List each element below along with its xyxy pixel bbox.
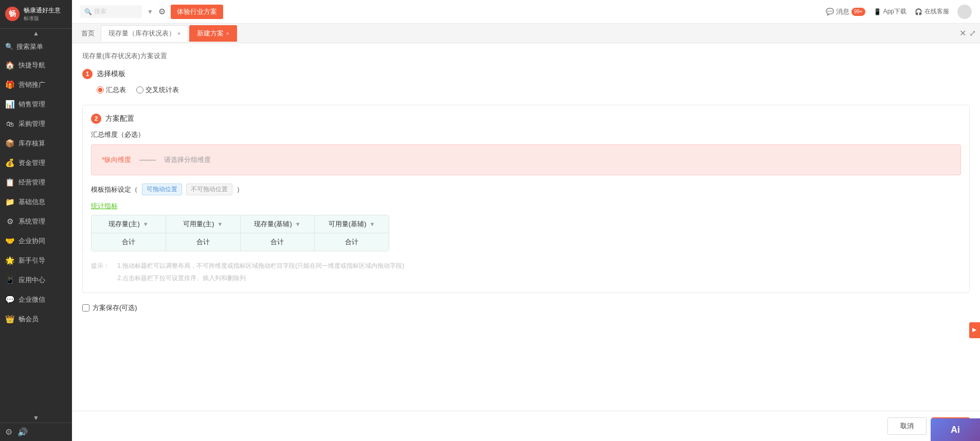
radio-cross-input[interactable]: [136, 86, 143, 94]
sidebar: 畅 畅康通好生意 标准版 ▲ 🔍 搜索菜单 🏠 快捷导航 🎁 营销推广 📊 销售…: [0, 0, 72, 441]
app-name: 畅康通好生意: [24, 6, 61, 15]
col-header-text-0: 现存量(主): [108, 219, 140, 229]
sidebar-item-member[interactable]: 👑 畅会员: [0, 309, 72, 329]
topbar-dropdown-btn[interactable]: ▼: [147, 8, 153, 15]
tips-text2: 2.点击标题栏下拉可设置排序、插入列和删除列: [117, 274, 246, 282]
sidebar-item-label: 企业微信: [19, 295, 45, 304]
dimension-required-mark: *纵向维度: [102, 155, 131, 164]
stats-table: 现存量(主) ▼ 合计 可用量(主) ▼ 合计: [91, 215, 389, 251]
tab-home[interactable]: 首页: [76, 26, 100, 41]
sidebar-item-system[interactable]: ⚙ 系统管理: [0, 212, 72, 231]
sidebar-item-app-center[interactable]: 📱 应用中心: [0, 270, 72, 290]
sidebar-item-label: 资金管理: [19, 158, 45, 168]
sidebar-item-label: 系统管理: [19, 217, 45, 226]
sound-icon[interactable]: 🔊: [17, 427, 28, 437]
sidebar-scroll-down[interactable]: ▼: [0, 413, 72, 422]
section-plan-config: 2 方案配置 汇总维度（必选） *纵向维度 —— 请选择分组维度 模板指标设定（…: [82, 105, 970, 293]
topbar-app-download[interactable]: 📱 App下载: [874, 7, 906, 16]
user-avatar[interactable]: [957, 5, 972, 19]
tab-new-plan[interactable]: 新建方案 ×: [189, 25, 237, 42]
col-dropdown-2[interactable]: ▼: [295, 221, 301, 227]
sidebar-item-label: 快捷导航: [19, 61, 45, 70]
sidebar-item-marketing[interactable]: 🎁 营销推广: [0, 75, 72, 95]
radio-summary-input[interactable]: [97, 86, 104, 94]
purchase-icon: 🛍: [5, 119, 14, 128]
radio-summary-label: 汇总表: [106, 85, 126, 95]
tabs-expand-btn[interactable]: ⤢: [969, 28, 976, 38]
topbar-left: 🔍 搜索 ▼ ⚙ 体验行业方案: [80, 5, 223, 19]
tabs-close-window-btn[interactable]: ✕: [959, 28, 966, 38]
message-icon: 💬: [826, 8, 834, 15]
sidebar-scroll-up[interactable]: ▲: [0, 29, 72, 38]
topbar: 🔍 搜索 ▼ ⚙ 体验行业方案 💬 消息 99+ 📱 App下载 🎧 在线客服: [72, 0, 980, 24]
template-radio-group: 汇总表 交叉统计表: [97, 85, 970, 95]
scroll-down-btn[interactable]: ▼: [32, 413, 40, 422]
topbar-online-service[interactable]: 🎧 在线客服: [915, 7, 949, 16]
col-dropdown-0[interactable]: ▼: [143, 221, 149, 227]
tab-new-plan-close[interactable]: ×: [226, 30, 229, 36]
sidebar-item-finance[interactable]: 💰 资金管理: [0, 153, 72, 173]
sidebar-item-basic-info[interactable]: 📁 基础信息: [0, 192, 72, 212]
stats-table-header: 现存量(主) ▼ 合计 可用量(主) ▼ 合计: [92, 215, 389, 251]
section2-title: 方案配置: [105, 114, 134, 123]
radio-summary[interactable]: 汇总表: [97, 85, 126, 95]
sidebar-item-label: 库存核算: [19, 139, 45, 148]
save-label: 方案保存(可选): [93, 303, 137, 313]
section2-header: 2 方案配置: [91, 114, 961, 124]
topbar-messages[interactable]: 💬 消息 99+: [826, 7, 865, 16]
sidebar-item-purchase[interactable]: 🛍 采购管理: [0, 114, 72, 134]
tabs-actions: ✕ ⤢: [959, 28, 980, 38]
stats-col-2: 现存量(基辅) ▼ 合计: [241, 215, 315, 251]
sidebar-item-enterprise[interactable]: 🤝 企业协同: [0, 231, 72, 251]
topbar-trial-btn[interactable]: 体验行业方案: [171, 5, 223, 19]
col-dropdown-1[interactable]: ▼: [217, 221, 223, 227]
sidebar-item-sales[interactable]: 📊 销售管理: [0, 95, 72, 114]
app-edition: 标准版: [24, 15, 61, 22]
service-label: 在线客服: [924, 7, 949, 16]
sidebar-item-newcomer[interactable]: 🌟 新手引导: [0, 251, 72, 270]
section1-num: 1: [82, 69, 93, 79]
wechat-icon: 💬: [5, 295, 14, 304]
tips-text1: 1.拖动标题栏可以调整布局，不可跨维度或指标区域拖动栏目字段(只能在同一维度或指…: [117, 262, 404, 269]
ai-badge[interactable]: Ai: [931, 418, 980, 441]
tab-inventory-close[interactable]: ×: [177, 30, 180, 36]
topbar-gear-btn[interactable]: ⚙: [158, 7, 166, 16]
search-icon: 🔍: [5, 43, 13, 50]
stats-col-header-1: 可用量(主) ▼: [166, 215, 240, 233]
tips-indent: [91, 274, 116, 282]
stats-col-0: 现存量(主) ▼ 合计: [92, 215, 166, 251]
sidebar-item-quick-nav[interactable]: 🏠 快捷导航: [0, 56, 72, 75]
tips-label: 提示：: [91, 262, 116, 269]
col-header-text-1: 可用量(主): [183, 219, 214, 229]
system-icon: ⚙: [5, 217, 14, 226]
sidebar-item-wechat[interactable]: 💬 企业微信: [0, 290, 72, 309]
save-checkbox[interactable]: [82, 304, 89, 311]
sidebar-item-operations[interactable]: 📋 经营管理: [0, 173, 72, 192]
sidebar-item-label: 销售管理: [19, 100, 45, 109]
sidebar-logo: 畅 畅康通好生意 标准版: [0, 0, 72, 29]
stats-col-header-0: 现存量(主) ▼: [92, 215, 166, 233]
non-draggable-badge: 不可拖动位置: [186, 183, 232, 195]
section2-num: 2: [91, 114, 101, 124]
main-content: 🔍 搜索 ▼ ⚙ 体验行业方案 💬 消息 99+ 📱 App下载 🎧 在线客服: [72, 0, 980, 441]
sidebar-search[interactable]: 🔍 搜索菜单: [0, 38, 72, 56]
col-dropdown-3[interactable]: ▼: [370, 221, 375, 227]
scroll-up-btn[interactable]: ▲: [32, 29, 40, 38]
finance-icon: 💰: [5, 158, 14, 168]
cancel-button[interactable]: 取消: [887, 417, 927, 435]
right-float-btn[interactable]: ▶: [969, 322, 980, 338]
member-icon: 👑: [5, 315, 14, 324]
stats-col-header-3: 可用量(基辅) ▼: [315, 215, 389, 233]
topbar-search-text: 搜索: [94, 7, 106, 16]
sidebar-item-label: 采购管理: [19, 119, 45, 128]
sidebar-item-label: 应用中心: [19, 275, 45, 285]
sidebar-item-inventory[interactable]: 📦 库存核算: [0, 134, 72, 153]
save-option-row: 方案保存(可选): [82, 303, 970, 343]
tab-inventory[interactable]: 现存量（库存状况表） ×: [101, 25, 188, 42]
radio-cross[interactable]: 交叉统计表: [136, 85, 179, 95]
stats-section-title: 统计指标: [91, 201, 961, 211]
sidebar-item-label: 营销推广: [19, 80, 45, 89]
settings-icon[interactable]: ⚙: [5, 427, 12, 437]
sidebar-item-label: 企业协同: [19, 236, 45, 246]
topbar-search-icon: 🔍: [84, 8, 92, 15]
